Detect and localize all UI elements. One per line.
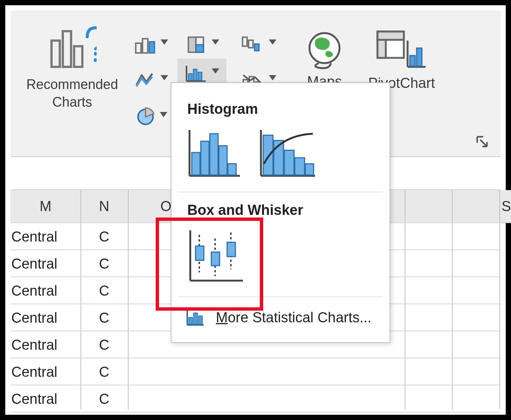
svg-rect-33 <box>201 141 209 175</box>
insert-column-chart-button[interactable] <box>131 27 172 61</box>
svg-rect-32 <box>192 153 200 175</box>
hierarchy-chart-icon <box>186 35 207 54</box>
svg-rect-10 <box>243 37 247 46</box>
histogram-chart-option[interactable] <box>185 126 241 180</box>
column-header-M[interactable]: M <box>11 190 80 223</box>
svg-rect-28 <box>410 56 415 66</box>
cell-M[interactable]: Central <box>11 305 81 331</box>
histogram-section-title: Histogram <box>171 83 390 126</box>
svg-rect-9 <box>196 45 203 52</box>
waterfall-chart-icon <box>242 35 264 54</box>
svg-rect-16 <box>193 69 197 80</box>
svg-rect-51 <box>227 242 235 257</box>
cell-N[interactable]: C <box>80 332 128 358</box>
cell-N[interactable]: C <box>80 386 128 412</box>
recommended-charts-button[interactable]: Recommended Charts <box>20 26 125 111</box>
chevron-down-icon <box>160 112 167 117</box>
svg-rect-5 <box>143 39 148 53</box>
cell-M[interactable]: Central <box>11 332 81 358</box>
svg-rect-34 <box>210 134 218 175</box>
svg-rect-39 <box>263 135 273 175</box>
svg-rect-8 <box>188 37 196 52</box>
svg-rect-56 <box>199 316 202 324</box>
svg-rect-25 <box>378 32 404 40</box>
dialog-launcher-icon <box>476 135 489 149</box>
column-header-N[interactable]: N <box>80 190 128 223</box>
cell-N[interactable]: C <box>80 278 128 304</box>
svg-rect-0 <box>52 41 60 67</box>
more-statistical-charts-label: More Statistical Charts... <box>216 310 371 326</box>
statistic-chart-icon <box>185 64 207 83</box>
svg-rect-47 <box>196 246 204 260</box>
svg-rect-43 <box>305 164 314 175</box>
cell-M[interactable]: Central <box>11 359 81 385</box>
svg-rect-41 <box>284 150 294 175</box>
pareto-icon <box>256 126 317 179</box>
app-frame: Recommended Charts <box>0 0 511 420</box>
chevron-down-icon <box>161 39 168 45</box>
chevron-down-icon <box>269 39 276 45</box>
svg-rect-12 <box>255 44 259 51</box>
cell-M[interactable]: Central <box>11 224 81 249</box>
svg-rect-11 <box>249 40 253 48</box>
cell-N[interactable]: C <box>80 224 128 249</box>
charts-dialog-launcher[interactable] <box>476 135 489 149</box>
svg-rect-17 <box>198 72 202 80</box>
insert-pie-chart-button[interactable] <box>131 100 172 134</box>
svg-rect-2 <box>74 46 82 67</box>
svg-rect-1 <box>63 31 71 67</box>
svg-rect-49 <box>211 252 220 266</box>
svg-rect-42 <box>295 158 305 175</box>
svg-rect-55 <box>194 313 197 324</box>
cell-M[interactable]: Central <box>11 251 81 276</box>
line-chart-icon <box>135 71 156 89</box>
svg-point-3 <box>94 58 97 62</box>
column-chart-icon <box>135 35 156 54</box>
recommended-charts-icon <box>48 26 97 71</box>
chevron-down-icon <box>269 75 276 80</box>
pie-chart-icon <box>136 107 155 127</box>
cell-N[interactable]: C <box>80 251 128 276</box>
statistic-chart-dropdown: Histogram <box>171 82 390 343</box>
cell-M[interactable]: Central <box>11 278 81 304</box>
insert-waterfall-chart-button[interactable] <box>238 27 280 61</box>
svg-rect-4 <box>136 43 141 53</box>
cell-N[interactable]: C <box>80 305 128 331</box>
box-whisker-chart-option[interactable] <box>185 227 245 285</box>
svg-rect-54 <box>189 317 193 324</box>
chevron-down-icon <box>212 68 219 74</box>
recommended-charts-label: Recommended Charts <box>20 76 125 111</box>
svg-rect-29 <box>417 48 422 66</box>
cell-M[interactable]: Central <box>11 386 81 412</box>
chevron-down-icon <box>161 75 168 80</box>
svg-rect-6 <box>149 42 155 53</box>
maps-button[interactable]: Maps <box>296 29 353 90</box>
svg-rect-35 <box>219 146 227 175</box>
box-whisker-icon <box>185 227 245 284</box>
chevron-down-icon <box>212 39 219 45</box>
column-header-O[interactable]: O <box>128 190 174 223</box>
svg-rect-36 <box>228 164 236 175</box>
pareto-chart-option[interactable] <box>256 126 317 180</box>
cell-N[interactable]: C <box>80 359 128 385</box>
column-header-S[interactable]: S <box>405 190 511 223</box>
pivotchart-icon <box>375 29 428 71</box>
histogram-icon <box>185 126 241 179</box>
svg-rect-15 <box>188 74 192 80</box>
more-statistical-charts-item[interactable]: More Statistical Charts... <box>171 297 390 326</box>
globe-icon <box>304 29 345 71</box>
statistic-chart-small-icon <box>185 308 205 326</box>
box-whisker-section-title: Box and Whisker <box>171 192 390 227</box>
insert-line-chart-button[interactable] <box>131 63 172 97</box>
insert-hierarchy-chart-button[interactable] <box>182 27 223 61</box>
